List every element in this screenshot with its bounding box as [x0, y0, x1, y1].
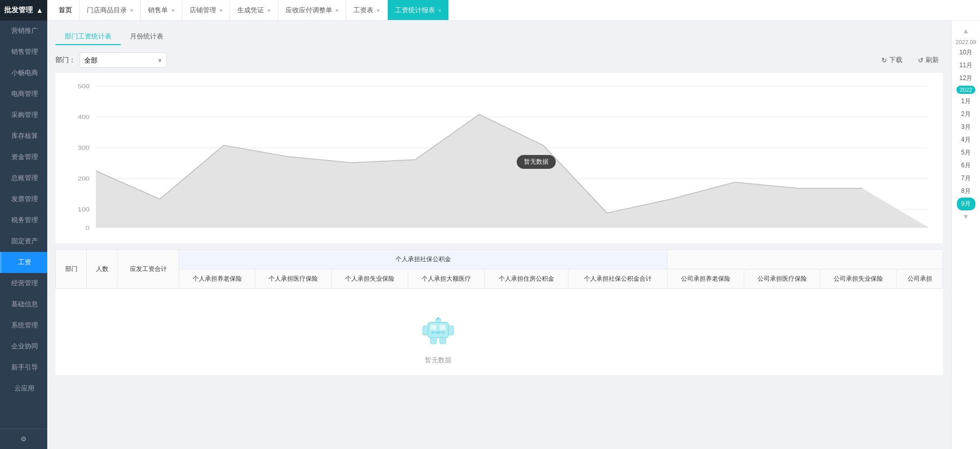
sidebar-item-基础信息[interactable]: 基础信息 [0, 294, 47, 315]
timeline-month-12月[interactable]: 12月 [952, 72, 980, 85]
tab-close-生成凭证[interactable]: × [267, 7, 270, 13]
svg-text:100: 100 [78, 206, 89, 212]
empty-robot-icon [418, 309, 459, 350]
toolbar-right: ↻ 下载 ↺ 刷新 [877, 53, 943, 67]
sidebar-item-采购管理[interactable]: 采购管理 [0, 105, 47, 126]
svg-rect-14 [430, 325, 437, 330]
refresh-button[interactable]: ↺ 刷新 [914, 53, 943, 67]
sidebar-item-电商管理[interactable]: 电商管理 [0, 84, 47, 105]
sidebar-item-系统管理[interactable]: 系统管理 [0, 315, 47, 336]
timeline-down-arrow[interactable]: ▼ [960, 210, 972, 223]
sidebar-item-总账管理[interactable]: 总账管理 [0, 168, 47, 189]
col-company-unemployment: 公司承担失业保险 [820, 269, 897, 289]
download-label: 下载 [889, 55, 902, 65]
tab-生成凭证[interactable]: 生成凭证× [230, 0, 278, 21]
sidebar-items: 营销推广销售管理小畅电商电商管理采购管理库存核算资金管理总账管理发票管理税务管理… [0, 21, 47, 428]
dept-label: 部门： [55, 55, 76, 65]
table-container: 部门 人数 应发工资合计 个人承担社保公积金 个人承担养老保险 个人承担医疗保险… [55, 249, 943, 375]
dept-filter: 部门： 全部 [55, 52, 167, 68]
sidebar-header[interactable]: 批发管理 ▲ [0, 0, 47, 21]
sidebar-item-税务管理[interactable]: 税务管理 [0, 210, 47, 231]
empty-state: 暂无数据 [56, 289, 820, 375]
timeline-month-8月[interactable]: 8月 [952, 185, 980, 198]
timeline-month-11月[interactable]: 11月 [952, 59, 980, 72]
timeline-month-7月[interactable]: 7月 [952, 172, 980, 185]
settings-icon: ⚙ [21, 435, 27, 443]
timeline-year-label[interactable]: 2022.09 [956, 39, 976, 45]
svg-rect-18 [442, 331, 445, 334]
data-table: 部门 人数 应发工资合计 个人承担社保公积金 个人承担养老保险 个人承担医疗保险… [55, 249, 943, 375]
download-button[interactable]: ↻ 下载 [877, 53, 907, 67]
sidebar-footer[interactable]: ⚙ [0, 428, 47, 449]
col-personal-total: 个人承担社保公积金合计 [569, 269, 668, 289]
tab-close-销售单[interactable]: × [171, 7, 174, 13]
svg-rect-16 [431, 331, 435, 334]
svg-rect-20 [437, 317, 439, 320]
col-company-other: 公司承担 [897, 269, 943, 289]
chart-container: 500 400 300 200 100 0 [55, 73, 943, 243]
sidebar-item-小畅电商[interactable]: 小畅电商 [0, 63, 47, 84]
sidebar-item-销售管理[interactable]: 销售管理 [0, 42, 47, 63]
timeline-panel: ▲2022.0910月11月12月20221月2月3月4月5月6月7月8月9月▼ [951, 21, 980, 449]
svg-text:0: 0 [86, 225, 90, 231]
sidebar-item-云应用[interactable]: 云应用 [0, 378, 47, 399]
sidebar-item-经营管理[interactable]: 经营管理 [0, 273, 47, 294]
svg-rect-13 [428, 322, 448, 338]
col-dept: 部门 [56, 250, 87, 289]
col-personal-housing: 个人承担住房公积金 [484, 269, 568, 289]
toolbar: 部门： 全部 ↻ 下载 ↺ 刷新 [55, 52, 943, 68]
sidebar-item-工资[interactable]: 工资 [0, 252, 47, 273]
sidebar-collapse-icon[interactable]: ▲ [36, 6, 43, 14]
svg-rect-21 [423, 326, 428, 335]
dept-select[interactable]: 全部 [80, 52, 167, 68]
tab-close-工资统计报表[interactable]: × [438, 7, 441, 13]
svg-rect-17 [436, 331, 441, 334]
sidebar-item-发票管理[interactable]: 发票管理 [0, 189, 47, 210]
tab-close-工资表[interactable]: × [376, 7, 380, 13]
content-area: 部门工资统计表月份统计表 部门： 全部 ↻ 下载 [47, 21, 980, 449]
timeline-month-4月[interactable]: 4月 [952, 133, 980, 146]
sub-tabs: 部门工资统计表月份统计表 [55, 29, 943, 45]
tab-工资表[interactable]: 工资表× [346, 0, 387, 21]
timeline-month-2月[interactable]: 2月 [952, 108, 980, 121]
timeline-month-10月[interactable]: 10月 [952, 46, 980, 59]
sidebar-item-新手引导[interactable]: 新手引导 [0, 357, 47, 378]
sidebar-item-库存核算[interactable]: 库存核算 [0, 126, 47, 147]
refresh-label: 刷新 [926, 55, 939, 65]
tab-店铺管理[interactable]: 店铺管理× [182, 0, 230, 21]
download-icon: ↻ [881, 56, 887, 64]
svg-rect-22 [448, 326, 454, 335]
sub-tab-部门工资统计表[interactable]: 部门工资统计表 [55, 29, 121, 45]
tab-close-门店商品目录[interactable]: × [130, 7, 133, 13]
sub-tab-月份统计表[interactable]: 月份统计表 [121, 29, 173, 45]
col-personal-major-medical: 个人承担大额医疗 [408, 269, 484, 289]
svg-text:200: 200 [78, 175, 89, 182]
col-salary: 应发工资合计 [118, 250, 179, 289]
timeline-month-5月[interactable]: 5月 [952, 146, 980, 159]
tab-门店商品目录[interactable]: 门店商品目录× [80, 0, 141, 21]
sidebar-item-企业协同[interactable]: 企业协同 [0, 336, 47, 357]
tab-应收应付调整单[interactable]: 应收应付调整单× [278, 0, 346, 21]
tab-bar: 首页门店商品目录×销售单×店铺管理×生成凭证×应收应付调整单×工资表×工资统计报… [47, 0, 980, 21]
tab-工资统计报表[interactable]: 工资统计报表× [388, 0, 449, 21]
tab-close-应收应付调整单[interactable]: × [335, 7, 338, 13]
sidebar: 批发管理 ▲ 营销推广销售管理小畅电商电商管理采购管理库存核算资金管理总账管理发… [0, 0, 47, 449]
chart-svg: 500 400 300 200 100 0 [64, 81, 935, 235]
tab-销售单[interactable]: 销售单× [141, 0, 182, 21]
timeline-month-9月[interactable]: 9月 [957, 198, 975, 210]
refresh-icon: ↺ [918, 56, 924, 64]
svg-marker-12 [96, 114, 929, 227]
sidebar-item-固定资产[interactable]: 固定资产 [0, 231, 47, 252]
tab-首页[interactable]: 首页 [51, 0, 80, 21]
col-company-pension: 公司承担养老保险 [667, 269, 744, 289]
timeline-up-arrow[interactable]: ▲ [960, 25, 972, 37]
timeline-month-3月[interactable]: 3月 [952, 121, 980, 133]
sidebar-item-资金管理[interactable]: 资金管理 [0, 147, 47, 168]
col-personal-insurance-group: 个人承担社保公积金 [179, 250, 667, 269]
tab-close-店铺管理[interactable]: × [219, 7, 222, 13]
sidebar-item-营销推广[interactable]: 营销推广 [0, 21, 47, 42]
timeline-month-1月[interactable]: 1月 [952, 95, 980, 108]
chart-tooltip: 暂无数据 [517, 155, 556, 169]
timeline-year-2022[interactable]: 2022 [956, 86, 975, 94]
timeline-month-6月[interactable]: 6月 [952, 159, 980, 172]
